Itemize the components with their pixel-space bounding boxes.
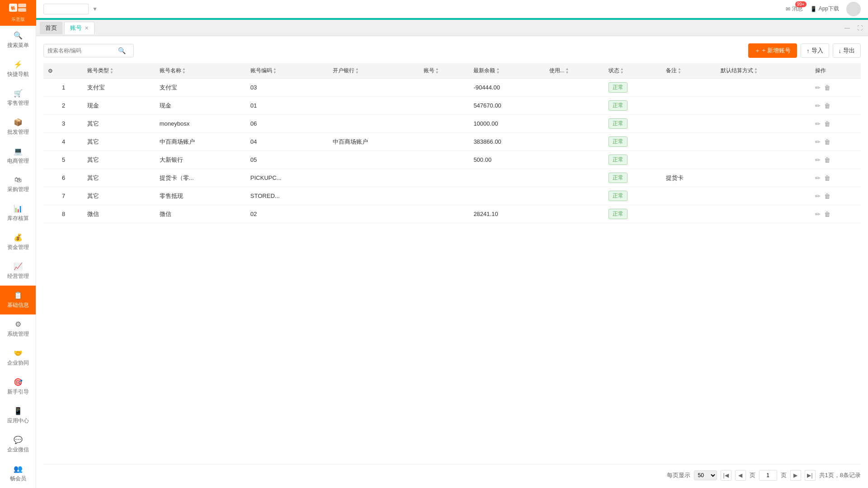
appcenter-icon: 📱 bbox=[14, 407, 23, 415]
edit-button-6[interactable]: ✏ bbox=[815, 192, 821, 200]
tab-actions: — ⛶ bbox=[843, 23, 864, 33]
th-usage[interactable]: 使用...▲▼ bbox=[545, 63, 604, 79]
cell-code-7: 02 bbox=[246, 205, 328, 223]
search-icon-btn[interactable]: 🔍 bbox=[118, 47, 126, 54]
sidebar-item-basic[interactable]: 📋 基础信息 bbox=[0, 286, 36, 314]
message-button[interactable]: ✉ 消息 99+ bbox=[786, 5, 803, 13]
cell-usage-4 bbox=[545, 151, 604, 169]
edit-button-0[interactable]: ✏ bbox=[815, 84, 821, 91]
cell-balance-5 bbox=[469, 169, 544, 187]
cell-gear-4 bbox=[43, 151, 57, 169]
system-icon: ⚙ bbox=[15, 320, 21, 328]
th-bank[interactable]: 开户银行▲▼ bbox=[328, 63, 419, 79]
th-status[interactable]: 状态▲▼ bbox=[604, 63, 661, 79]
sidebar-item-appcenter[interactable]: 📱 应用中心 bbox=[0, 401, 36, 430]
cell-note-5: 提货卡 bbox=[661, 169, 716, 187]
edit-button-7[interactable]: ✏ bbox=[815, 211, 821, 218]
cell-name-2: moneybosx bbox=[155, 115, 246, 133]
first-page-button[interactable]: |◀ bbox=[721, 470, 731, 481]
search-input[interactable] bbox=[47, 47, 115, 54]
edit-button-5[interactable]: ✏ bbox=[815, 174, 821, 182]
th-type[interactable]: 账号类型▲▼ bbox=[83, 63, 155, 79]
cell-action-5: ✏ 🗑 bbox=[811, 169, 861, 187]
sidebar-item-purchase[interactable]: 🛍 采购管理 bbox=[0, 170, 36, 199]
tab-minimize-button[interactable]: — bbox=[843, 23, 852, 33]
edit-button-1[interactable]: ✏ bbox=[815, 102, 821, 109]
sidebar-item-wechat[interactable]: 💬 企业微信 bbox=[0, 430, 36, 459]
edit-button-2[interactable]: ✏ bbox=[815, 120, 821, 127]
tab-home[interactable]: 首页 bbox=[40, 22, 62, 34]
th-balance[interactable]: 最新余额▲▼ bbox=[469, 63, 544, 79]
cell-code-1: 01 bbox=[246, 97, 328, 115]
delete-button-0[interactable]: 🗑 bbox=[824, 84, 830, 91]
topbar-search-input[interactable] bbox=[43, 4, 89, 14]
delete-button-7[interactable]: 🗑 bbox=[824, 211, 830, 218]
cell-name-3: 中百商场账户 bbox=[155, 133, 246, 151]
prev-page-button[interactable]: ◀ bbox=[735, 470, 746, 481]
page-number-input[interactable] bbox=[759, 470, 777, 481]
sidebar-item-system[interactable]: ⚙ 系统管理 bbox=[0, 314, 36, 343]
sidebar-label-purchase: 采购管理 bbox=[7, 186, 29, 193]
wholesale-icon: 📦 bbox=[14, 118, 23, 127]
sidebar-item-ecommerce[interactable]: 💻 电商管理 bbox=[0, 141, 36, 170]
edit-button-3[interactable]: ✏ bbox=[815, 138, 821, 145]
per-page-label: 每页显示 bbox=[667, 471, 690, 479]
th-name[interactable]: 账号名称▲▼ bbox=[155, 63, 246, 79]
sidebar-item-member[interactable]: 👥 畅会员 bbox=[0, 459, 36, 488]
user-avatar[interactable] bbox=[846, 2, 861, 16]
add-account-button[interactable]: ＋ + 新增账号 bbox=[748, 43, 797, 58]
th-settle[interactable]: 默认结算方式▲▼ bbox=[716, 63, 811, 79]
delete-button-5[interactable]: 🗑 bbox=[824, 174, 830, 182]
sidebar-label-wechat: 企业微信 bbox=[7, 446, 29, 454]
delete-button-3[interactable]: 🗑 bbox=[824, 138, 830, 145]
message-icon: ✉ bbox=[786, 6, 790, 12]
export-button[interactable]: ↓ 导出 bbox=[833, 43, 861, 58]
toolbar-buttons: ＋ + 新增账号 ↑ 导入 ↓ 导出 bbox=[748, 43, 861, 58]
tab-account-close[interactable]: ✕ bbox=[85, 25, 89, 31]
wechat-icon: 💬 bbox=[14, 436, 23, 444]
cell-usage-6 bbox=[545, 187, 604, 205]
th-code[interactable]: 账号编码▲▼ bbox=[246, 63, 328, 79]
sidebar-label-search: 搜索菜单 bbox=[7, 42, 29, 49]
th-action: 操作 bbox=[811, 63, 861, 79]
cell-type-2: 其它 bbox=[83, 115, 155, 133]
sidebar-item-wholesale[interactable]: 📦 批发管理 bbox=[0, 113, 36, 141]
sidebar-item-agreement[interactable]: 🤝 企业协同 bbox=[0, 343, 36, 372]
tab-account[interactable]: 账号 ✕ bbox=[64, 22, 94, 34]
delete-button-2[interactable]: 🗑 bbox=[824, 120, 830, 127]
last-page-button[interactable]: ▶| bbox=[805, 470, 816, 481]
cell-num-1: 2 bbox=[57, 97, 83, 115]
sidebar-item-retail[interactable]: 🛒 零售管理 bbox=[0, 84, 36, 113]
sidebar-item-guide[interactable]: 🎯 新手引导 bbox=[0, 372, 36, 401]
svg-text:畅: 畅 bbox=[11, 6, 15, 10]
sidebar-item-operation[interactable]: 📈 经营管理 bbox=[0, 257, 36, 286]
th-account[interactable]: 账号▲▼ bbox=[419, 63, 469, 79]
accounts-table: ⚙ 账号类型▲▼ 账号名称▲▼ 账号编码▲▼ 开户银行▲▼ 账号▲▼ 最新余额▲… bbox=[43, 63, 861, 223]
per-page-select[interactable]: 50 20 100 bbox=[694, 470, 717, 480]
next-page-button[interactable]: ▶ bbox=[790, 470, 801, 481]
th-settings[interactable]: ⚙ bbox=[43, 63, 57, 79]
sidebar-item-shortcut[interactable]: ⚡ 快捷导航 bbox=[0, 55, 36, 84]
sidebar-item-finance[interactable]: 💰 资金管理 bbox=[0, 228, 36, 257]
sidebar-item-search[interactable]: 🔍 搜索菜单 bbox=[0, 26, 36, 55]
edit-button-4[interactable]: ✏ bbox=[815, 156, 821, 164]
cell-gear-0 bbox=[43, 79, 57, 97]
cell-note-2 bbox=[661, 115, 716, 133]
cell-account-6 bbox=[419, 187, 469, 205]
topbar: ▼ ✉ 消息 99+ 📱 App下载 bbox=[36, 0, 868, 18]
delete-button-6[interactable]: 🗑 bbox=[824, 192, 830, 200]
tab-expand-button[interactable]: ⛶ bbox=[855, 23, 864, 33]
th-note[interactable]: 备注▲▼ bbox=[661, 63, 716, 79]
sidebar-label-guide: 新手引导 bbox=[7, 388, 29, 396]
delete-button-4[interactable]: 🗑 bbox=[824, 156, 830, 164]
cell-balance-1: 547670.00 bbox=[469, 97, 544, 115]
import-button[interactable]: ↑ 导入 bbox=[801, 43, 829, 58]
cell-note-4 bbox=[661, 151, 716, 169]
cell-status-1: 正常 bbox=[604, 97, 661, 115]
delete-button-1[interactable]: 🗑 bbox=[824, 102, 830, 109]
cell-usage-0 bbox=[545, 79, 604, 97]
topbar-dropdown-arrow[interactable]: ▼ bbox=[92, 6, 98, 12]
sidebar-item-inventory[interactable]: 📊 库存核算 bbox=[0, 199, 36, 228]
app-download-button[interactable]: 📱 App下载 bbox=[810, 5, 839, 13]
table-header-row: ⚙ 账号类型▲▼ 账号名称▲▼ 账号编码▲▼ 开户银行▲▼ 账号▲▼ 最新余额▲… bbox=[43, 63, 861, 79]
